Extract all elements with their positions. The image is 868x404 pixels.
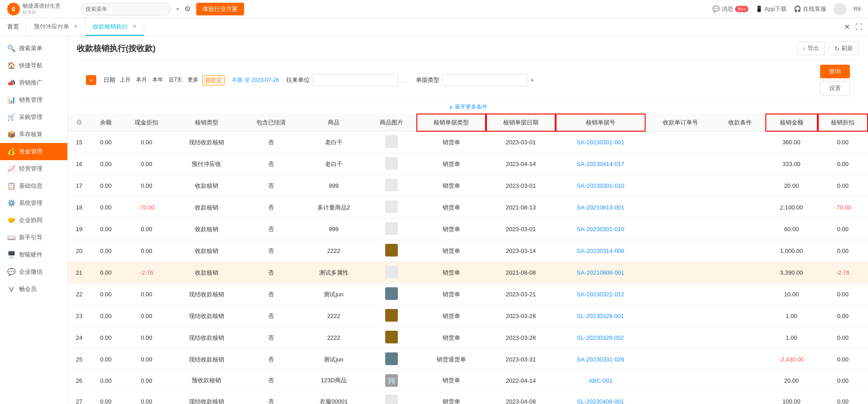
dropdown-arrow-icon[interactable]: ▾: [176, 6, 179, 12]
col-settings[interactable]: ⚙: [68, 114, 90, 132]
row-voucher-no[interactable]: SA-20230314-008: [556, 240, 646, 262]
action-buttons: 查询 设置: [820, 65, 850, 95]
tab-close-icon[interactable]: ✕: [844, 23, 850, 31]
industry-btn[interactable]: 体验行业方案: [196, 3, 244, 15]
row-amount: 10.00: [765, 284, 818, 305]
this-month-btn[interactable]: 本月: [134, 75, 149, 86]
refresh-icon: ↻: [835, 45, 840, 52]
row-product: 2222: [301, 240, 366, 262]
row-voucher-type: 销货单: [416, 240, 486, 262]
expand-filter-button[interactable]: »: [86, 75, 96, 85]
unit-filter-group: 往来单位 ...: [286, 74, 409, 86]
refresh-button[interactable]: ↻ 刷新: [829, 42, 859, 55]
sidebar-item-purchase[interactable]: 🛒 采购管理: [0, 109, 67, 126]
close-collection-tab-icon[interactable]: ✕: [132, 24, 137, 29]
data-table-container[interactable]: ⚙ 余额 现金折扣 核销类型 包含已结清 商品 商品图片 核销单据类型 核销单据…: [68, 114, 868, 404]
last-7days-btn[interactable]: 近7天: [167, 75, 184, 86]
col-product: 商品: [301, 114, 366, 132]
table-row: 240.000.00现结收款核销否2222销货单2023-03-28SL-202…: [68, 327, 868, 349]
row-amount: 3,390.00: [765, 262, 818, 284]
table-row: 170.000.00收款核销否999销货单2023-03-01SA-202303…: [68, 175, 868, 197]
user-avatar[interactable]: [834, 3, 846, 15]
row-settled: 否: [241, 262, 301, 284]
row-product-img: [366, 153, 416, 175]
sidebar-item-marketing[interactable]: 📣 营销推广: [0, 74, 67, 91]
sidebar-item-wechat[interactable]: 💬 企业微信: [0, 263, 67, 280]
online-service-item[interactable]: 🎧 在线客服: [794, 5, 826, 13]
sidebar-item-enterprise[interactable]: 🤝 企业协同: [0, 212, 67, 229]
row-voucher-no[interactable]: SA-20230301-010: [556, 175, 646, 197]
row-amount: 20.00: [765, 175, 818, 197]
custom-date-btn[interactable]: 自定义: [202, 75, 225, 86]
from-unit-input[interactable]: [312, 74, 398, 86]
sidebar-item-hardware[interactable]: 🖥️ 智能硬件: [0, 246, 67, 263]
row-voucher-no[interactable]: SA-20230301-010: [556, 219, 646, 240]
row-type: 现结收款核销: [172, 349, 241, 371]
sidebar-item-quicknav[interactable]: 🏠 快捷导航: [0, 57, 67, 74]
tab-home[interactable]: 首页: [0, 18, 27, 36]
voucher-type-select[interactable]: [442, 74, 528, 86]
notification-item[interactable]: 💬 消息 99+: [712, 5, 748, 13]
guide-icon: 📖: [7, 233, 15, 242]
table-row: 150.000.00现结收款核销否老白干销货单2023-03-01SA-2023…: [68, 132, 868, 153]
row-payment-cond: [715, 371, 765, 391]
gear-icon[interactable]: ⚙: [184, 5, 191, 13]
row-payment-cond: [715, 262, 765, 284]
row-balance: 0.00: [90, 197, 122, 219]
sidebar-item-guide[interactable]: 📖 新手引导: [0, 229, 67, 246]
row-no: 16: [68, 153, 90, 175]
sidebar-item-member[interactable]: V 畅会员: [0, 280, 67, 298]
sidebar-item-finance[interactable]: 💰 资金管理: [0, 143, 67, 160]
last-month-btn[interactable]: 上月: [118, 75, 132, 86]
date-range-display: 不限 至 2023-07-26: [232, 76, 279, 84]
query-button[interactable]: 查询: [820, 65, 850, 78]
row-product: 测试多属性: [301, 262, 366, 284]
row-voucher-no[interactable]: SA-20230301-001: [556, 132, 646, 153]
row-voucher-no[interactable]: SA-20210813-001: [556, 197, 646, 219]
row-settled: 否: [241, 132, 301, 153]
row-settled: 否: [241, 371, 301, 391]
tab-collection[interactable]: 收款核销执行 ✕: [85, 18, 144, 36]
row-cash-discount: 0.00: [122, 371, 172, 391]
row-voucher-type: 销货单: [416, 219, 486, 240]
col-voucher-no: 核销单据号: [556, 114, 646, 132]
col-amount: 核销金额: [765, 114, 818, 132]
row-cash-discount: 0.00: [122, 132, 172, 153]
sidebar-item-inventory[interactable]: 📦 库存核算: [0, 126, 67, 143]
row-cash-discount: 0.00: [122, 391, 172, 404]
row-balance: 0.00: [90, 153, 122, 175]
row-voucher-no[interactable]: ABC-001: [556, 371, 646, 391]
top-bar: 6 畅捷通谱好生意 标准版 ▾ ⚙ 体验行业方案 💬 消息 99+ 📱 App下…: [0, 0, 868, 18]
row-balance: 0.00: [90, 262, 122, 284]
more-dates-btn[interactable]: 更多: [186, 75, 200, 86]
row-settled: 否: [241, 305, 301, 327]
tab-prepay[interactable]: 预付冲应付单 ✕: [27, 18, 85, 36]
row-voucher-no[interactable]: SA-20230331-026: [556, 349, 646, 371]
voucher-type-dropdown-icon[interactable]: ▾: [531, 77, 534, 84]
tab-expand-icon[interactable]: ⛶: [855, 23, 863, 31]
row-voucher-no[interactable]: SA-20210808-001: [556, 262, 646, 284]
sidebar-item-sales[interactable]: 📊 销售管理: [0, 91, 67, 109]
this-year-btn[interactable]: 本年: [151, 75, 165, 86]
row-order-no: [646, 132, 715, 153]
app-download-item[interactable]: 📱 App下载: [755, 5, 787, 13]
expand-more-button[interactable]: ∨ 展开更多条件: [449, 103, 487, 111]
sidebar-item-system[interactable]: ⚙️ 系统管理: [0, 195, 67, 212]
column-settings-icon[interactable]: ⚙: [76, 118, 82, 127]
sidebar-item-operation[interactable]: 📈 经营管理: [0, 160, 67, 177]
row-voucher-no[interactable]: SL-20230328-002: [556, 327, 646, 349]
table-row: 200.000.00收款核销否2222销货单2023-03-14SA-20230…: [68, 240, 868, 262]
row-voucher-no[interactable]: SA-20230321-012: [556, 284, 646, 305]
date-filter-group: 日期 上月 本月 本年 近7天 更多 自定义: [104, 75, 225, 86]
row-voucher-no[interactable]: SL-20230408-001: [556, 391, 646, 404]
close-prepay-tab-icon[interactable]: ✕: [74, 24, 78, 29]
settings-button[interactable]: 设置: [820, 81, 850, 95]
sidebar-item-search[interactable]: 🔍 搜索菜单: [0, 40, 67, 57]
row-voucher-no[interactable]: SL-20230328-001: [556, 305, 646, 327]
row-voucher-no[interactable]: SA-20230414-017: [556, 153, 646, 175]
row-product: 老白干: [301, 132, 366, 153]
search-input[interactable]: [80, 3, 171, 15]
export-button[interactable]: ↑ 导出: [797, 42, 826, 55]
row-voucher-type: 销货单: [416, 262, 486, 284]
sidebar-item-basic[interactable]: 📋 基础信息: [0, 177, 67, 195]
